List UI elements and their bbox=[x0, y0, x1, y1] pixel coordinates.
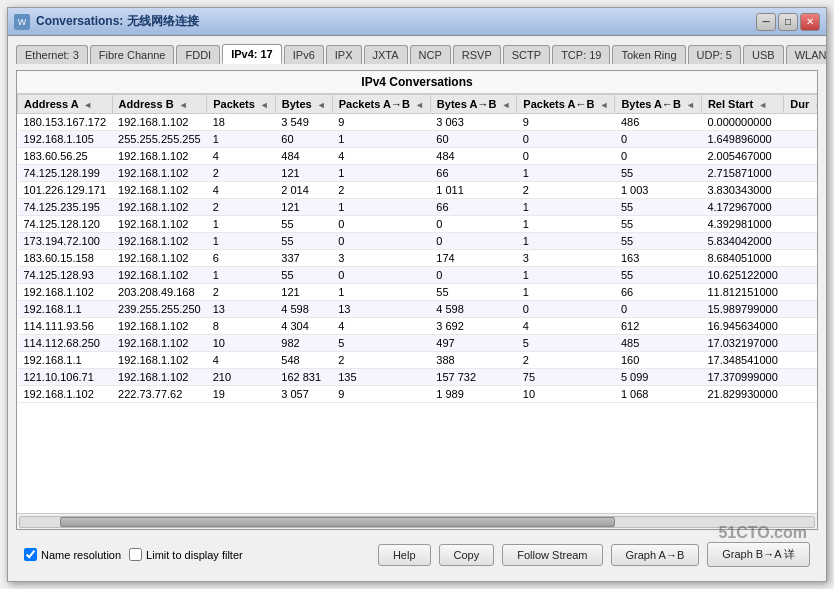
table-row[interactable]: 192.168.1.102222.73.77.62193 05791 98910… bbox=[18, 386, 818, 403]
cell-1-3: 60 bbox=[275, 131, 332, 148]
cell-14-3: 548 bbox=[275, 352, 332, 369]
table-row[interactable]: 74.125.235.195192.168.1.10221211661554.1… bbox=[18, 199, 818, 216]
cell-0-6: 9 bbox=[517, 114, 615, 131]
follow-stream-button[interactable]: Follow Stream bbox=[502, 544, 602, 566]
window-controls: ─ □ ✕ bbox=[756, 13, 820, 31]
sort-arrow: ◄ bbox=[600, 100, 609, 110]
cell-5-8: 4.172967000 bbox=[701, 199, 783, 216]
cell-9-9 bbox=[784, 267, 817, 284]
cell-15-3: 162 831 bbox=[275, 369, 332, 386]
tab-ipv4--17[interactable]: IPv4: 17 bbox=[222, 44, 282, 64]
tab-jxta[interactable]: JXTA bbox=[364, 45, 408, 64]
table-row[interactable]: 121.10.106.71192.168.1.102210162 8311351… bbox=[18, 369, 818, 386]
col-header-3[interactable]: Bytes ◄ bbox=[275, 95, 332, 114]
table-row[interactable]: 180.153.167.172192.168.1.102183 54993 06… bbox=[18, 114, 818, 131]
cell-14-2: 4 bbox=[207, 352, 276, 369]
cell-12-2: 8 bbox=[207, 318, 276, 335]
tab-fddi[interactable]: FDDI bbox=[176, 45, 220, 64]
scroll-thumb[interactable] bbox=[60, 517, 616, 527]
cell-3-4: 1 bbox=[332, 165, 430, 182]
graph-ab-button[interactable]: Graph A→B bbox=[611, 544, 700, 566]
table-container[interactable]: Address A ◄Address B ◄Packets ◄Bytes ◄Pa… bbox=[17, 94, 817, 513]
col-header-9[interactable]: Dur ◄ bbox=[784, 95, 817, 114]
cell-5-7: 55 bbox=[615, 199, 701, 216]
cell-11-8: 15.989799000 bbox=[701, 301, 783, 318]
cell-2-1: 192.168.1.102 bbox=[112, 148, 207, 165]
tab-ipx[interactable]: IPX bbox=[326, 45, 362, 64]
cell-3-1: 192.168.1.102 bbox=[112, 165, 207, 182]
tab-token-ring[interactable]: Token Ring bbox=[612, 45, 685, 64]
col-header-0[interactable]: Address A ◄ bbox=[18, 95, 113, 114]
cell-13-1: 192.168.1.102 bbox=[112, 335, 207, 352]
col-header-5[interactable]: Bytes A→B ◄ bbox=[430, 95, 516, 114]
tab-fibre-channe[interactable]: Fibre Channe bbox=[90, 45, 175, 64]
table-row[interactable]: 114.112.68.250192.168.1.1021098254975485… bbox=[18, 335, 818, 352]
cell-14-7: 160 bbox=[615, 352, 701, 369]
panel-title: IPv4 Conversations bbox=[17, 71, 817, 94]
tab-sctp[interactable]: SCTP bbox=[503, 45, 550, 64]
col-header-8[interactable]: Rel Start ◄ bbox=[701, 95, 783, 114]
graph-ba-button[interactable]: Graph B→A 详 bbox=[707, 542, 810, 567]
table-row[interactable]: 114.111.93.56192.168.1.10284 30443 69246… bbox=[18, 318, 818, 335]
maximize-button[interactable]: □ bbox=[778, 13, 798, 31]
cell-2-2: 4 bbox=[207, 148, 276, 165]
cell-11-2: 13 bbox=[207, 301, 276, 318]
tab-wlan[interactable]: WLAN bbox=[786, 45, 826, 64]
cell-12-0: 114.111.93.56 bbox=[18, 318, 113, 335]
scroll-track[interactable] bbox=[19, 516, 815, 528]
cell-7-0: 173.194.72.100 bbox=[18, 233, 113, 250]
table-row[interactable]: 183.60.15.158192.168.1.1026337317431638.… bbox=[18, 250, 818, 267]
cell-9-0: 74.125.128.93 bbox=[18, 267, 113, 284]
cell-8-5: 174 bbox=[430, 250, 516, 267]
table-row[interactable]: 74.125.128.120192.168.1.102155001554.392… bbox=[18, 216, 818, 233]
col-header-6[interactable]: Packets A←B ◄ bbox=[517, 95, 615, 114]
cell-5-3: 121 bbox=[275, 199, 332, 216]
col-header-1[interactable]: Address B ◄ bbox=[112, 95, 207, 114]
cell-0-3: 3 549 bbox=[275, 114, 332, 131]
tab-ethernet--3[interactable]: Ethernet: 3 bbox=[16, 45, 88, 64]
tab-rsvp[interactable]: RSVP bbox=[453, 45, 501, 64]
copy-button[interactable]: Copy bbox=[439, 544, 495, 566]
table-row[interactable]: 192.168.1.102203.208.49.168212115516611.… bbox=[18, 284, 818, 301]
table-row[interactable]: 192.168.1.1192.168.1.10245482388216017.3… bbox=[18, 352, 818, 369]
cell-3-8: 2.715871000 bbox=[701, 165, 783, 182]
help-button[interactable]: Help bbox=[378, 544, 431, 566]
tab-ncp[interactable]: NCP bbox=[410, 45, 451, 64]
cell-11-3: 4 598 bbox=[275, 301, 332, 318]
table-row[interactable]: 192.168.1.105255.255.255.255160160001.64… bbox=[18, 131, 818, 148]
cell-12-9 bbox=[784, 318, 817, 335]
table-row[interactable]: 173.194.72.100192.168.1.102155001555.834… bbox=[18, 233, 818, 250]
name-resolution-checkbox[interactable] bbox=[24, 548, 37, 561]
tab-udp--5[interactable]: UDP: 5 bbox=[688, 45, 741, 64]
cell-7-2: 1 bbox=[207, 233, 276, 250]
tab-usb[interactable]: USB bbox=[743, 45, 784, 64]
tab-tcp--19[interactable]: TCP: 19 bbox=[552, 45, 610, 64]
limit-filter-checkbox[interactable] bbox=[129, 548, 142, 561]
table-row[interactable]: 74.125.128.93192.168.1.1021550015510.625… bbox=[18, 267, 818, 284]
col-header-2[interactable]: Packets ◄ bbox=[207, 95, 276, 114]
col-header-7[interactable]: Bytes A←B ◄ bbox=[615, 95, 701, 114]
cell-13-4: 5 bbox=[332, 335, 430, 352]
cell-9-8: 10.625122000 bbox=[701, 267, 783, 284]
cell-15-0: 121.10.106.71 bbox=[18, 369, 113, 386]
table-row[interactable]: 101.226.129.171192.168.1.10242 01421 011… bbox=[18, 182, 818, 199]
col-header-4[interactable]: Packets A→B ◄ bbox=[332, 95, 430, 114]
name-resolution-checkbox-label[interactable]: Name resolution bbox=[24, 548, 121, 561]
cell-4-5: 1 011 bbox=[430, 182, 516, 199]
minimize-button[interactable]: ─ bbox=[756, 13, 776, 31]
cell-6-7: 55 bbox=[615, 216, 701, 233]
table-row[interactable]: 183.60.56.25192.168.1.10244844484002.005… bbox=[18, 148, 818, 165]
bottom-bar: Name resolution Limit to display filter … bbox=[16, 536, 818, 573]
cell-1-5: 60 bbox=[430, 131, 516, 148]
tab-ipv6[interactable]: IPv6 bbox=[284, 45, 324, 64]
horizontal-scrollbar[interactable] bbox=[17, 513, 817, 529]
table-row[interactable]: 74.125.128.199192.168.1.10221211661552.7… bbox=[18, 165, 818, 182]
cell-9-2: 1 bbox=[207, 267, 276, 284]
cell-8-3: 337 bbox=[275, 250, 332, 267]
cell-14-9 bbox=[784, 352, 817, 369]
close-button[interactable]: ✕ bbox=[800, 13, 820, 31]
limit-filter-checkbox-label[interactable]: Limit to display filter bbox=[129, 548, 243, 561]
cell-0-9 bbox=[784, 114, 817, 131]
table-row[interactable]: 192.168.1.1239.255.255.250134 598134 598… bbox=[18, 301, 818, 318]
cell-8-2: 6 bbox=[207, 250, 276, 267]
